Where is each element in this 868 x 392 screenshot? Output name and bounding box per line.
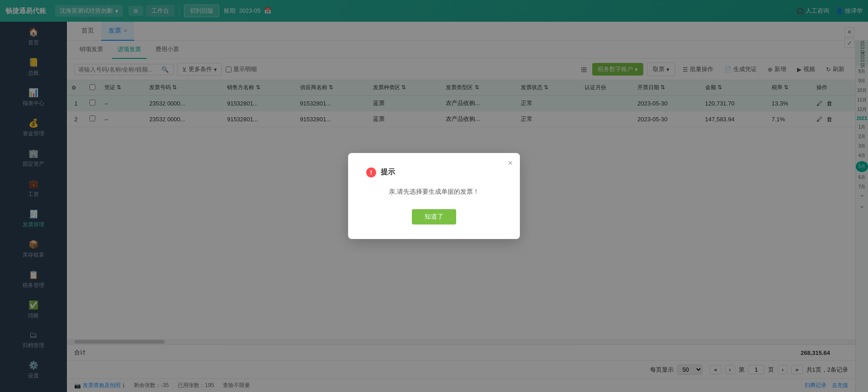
modal-title-row: ! 提示 xyxy=(366,167,502,177)
modal-close-button[interactable]: × xyxy=(508,158,513,168)
modal-title: 提示 xyxy=(381,167,395,177)
modal-message: 亲,请先选择要生成单据的发票！ xyxy=(366,186,502,196)
modal-overlay: × ! 提示 亲,请先选择要生成单据的发票！ 知道了 xyxy=(0,0,868,392)
modal-confirm-button[interactable]: 知道了 xyxy=(412,209,456,225)
warning-icon: ! xyxy=(366,167,376,177)
modal-dialog: × ! 提示 亲,请先选择要生成单据的发票！ 知道了 xyxy=(348,153,520,239)
